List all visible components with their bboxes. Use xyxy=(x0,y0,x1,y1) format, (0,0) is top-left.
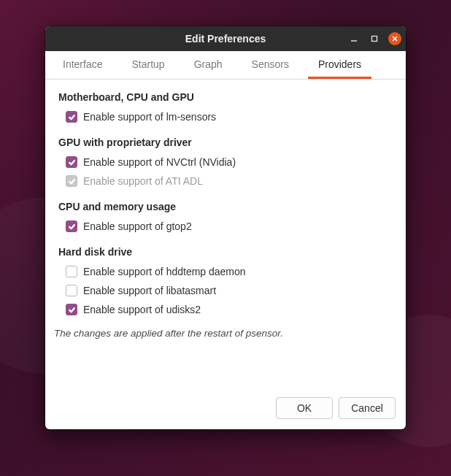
option-label: Enable support of ATI ADL xyxy=(83,175,203,187)
option-label: Enable support of gtop2 xyxy=(83,220,192,232)
option-hddtemp[interactable]: Enable support of hddtemp daemon xyxy=(58,262,393,281)
preferences-window: Edit Preferences Interface Startup Graph… xyxy=(45,26,406,429)
restart-note: The changes are applied after the restar… xyxy=(54,328,393,339)
cancel-button[interactable]: Cancel xyxy=(339,397,396,419)
tab-content-providers: Motherboard, CPU and GPU Enable support … xyxy=(45,80,406,345)
close-icon xyxy=(391,35,398,42)
tab-providers[interactable]: Providers xyxy=(308,51,371,79)
checkbox-gtop2[interactable] xyxy=(66,220,77,232)
option-udisks2[interactable]: Enable support of udisks2 xyxy=(58,300,393,319)
maximize-icon xyxy=(370,34,379,43)
checkbox-nvctrl[interactable] xyxy=(66,156,77,168)
checkbox-libatasmart[interactable] xyxy=(66,285,77,296)
checkbox-lm-sensors[interactable] xyxy=(66,111,77,123)
option-label: Enable support of hddtemp daemon xyxy=(83,266,246,277)
tab-startup[interactable]: Startup xyxy=(121,51,174,79)
section-title-cpu-mem: CPU and memory usage xyxy=(58,201,393,212)
option-gtop2[interactable]: Enable support of gtop2 xyxy=(58,217,393,236)
window-title: Edit Preferences xyxy=(185,33,266,45)
option-lm-sensors[interactable]: Enable support of lm-sensors xyxy=(58,107,393,126)
minimize-icon xyxy=(350,34,358,43)
section-title-gpu: GPU with proprietary driver xyxy=(58,137,393,148)
checkbox-hddtemp[interactable] xyxy=(66,266,77,277)
option-label: Enable support of libatasmart xyxy=(83,285,216,296)
option-nvctrl[interactable]: Enable support of NVCtrl (NVidia) xyxy=(58,153,393,172)
close-button[interactable] xyxy=(388,32,401,45)
maximize-button[interactable] xyxy=(368,32,381,45)
section-title-hdd: Hard disk drive xyxy=(58,246,393,258)
option-label: Enable support of lm-sensors xyxy=(83,111,216,123)
section-title-mobo: Motherboard, CPU and GPU xyxy=(58,91,393,103)
checkbox-udisks2[interactable] xyxy=(66,304,77,315)
option-label: Enable support of udisks2 xyxy=(83,304,201,315)
ok-button[interactable]: OK xyxy=(276,397,333,419)
dialog-footer: OK Cancel xyxy=(45,388,406,429)
tab-sensors[interactable]: Sensors xyxy=(242,51,299,79)
checkbox-ati-adl xyxy=(66,175,77,187)
option-label: Enable support of NVCtrl (NVidia) xyxy=(83,156,236,168)
titlebar[interactable]: Edit Preferences xyxy=(45,26,406,51)
option-ati-adl: Enable support of ATI ADL xyxy=(58,172,393,191)
minimize-button[interactable] xyxy=(347,32,361,45)
tab-interface[interactable]: Interface xyxy=(53,51,112,79)
tab-graph[interactable]: Graph xyxy=(184,51,233,79)
tab-bar: Interface Startup Graph Sensors Provider… xyxy=(45,51,406,80)
option-libatasmart[interactable]: Enable support of libatasmart xyxy=(58,281,393,300)
svg-rect-1 xyxy=(372,37,377,42)
window-controls xyxy=(347,26,401,51)
